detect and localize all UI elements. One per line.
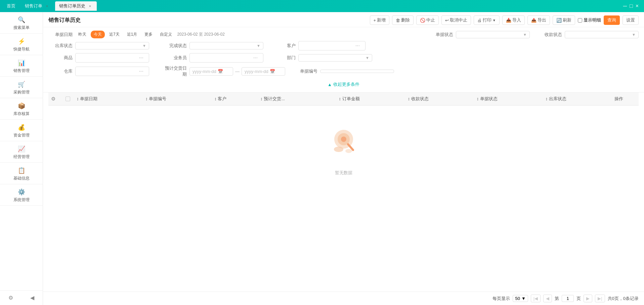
tab-sales-order-history-label: 销售订单历史 xyxy=(59,3,85,9)
add-button[interactable]: + 新增 xyxy=(370,15,390,25)
th-payment-status-label: ↕ 收款状态 xyxy=(408,96,429,101)
delivery-status-label: 出库状态 xyxy=(48,43,75,49)
sidebar-item-search-menu[interactable]: 🔍 搜索菜单 xyxy=(0,12,43,34)
inventory-icon: 📦 xyxy=(18,102,25,110)
customer-input[interactable]: ··· xyxy=(298,41,366,50)
warehouse-input[interactable]: ··· xyxy=(75,67,149,76)
date-btn-yesterday[interactable]: 昨天 xyxy=(75,31,89,38)
minimize-button[interactable]: ─ xyxy=(623,3,627,9)
th-amount: ↕ 订单金额 xyxy=(336,92,405,106)
sidebar-item-operations-mgmt[interactable]: 📈 经营管理 xyxy=(0,141,43,163)
status-select[interactable]: ▼ xyxy=(456,31,530,38)
query-label: 查询 xyxy=(607,17,616,23)
delivery-status-select[interactable]: ▼ xyxy=(75,42,149,49)
expected-date-end[interactable]: yyyy-mm-dd 📅 xyxy=(242,67,285,76)
date-btn-last7[interactable]: 近7天 xyxy=(106,31,123,38)
import-button[interactable]: 📥 导入 xyxy=(502,15,525,25)
payment-status-select[interactable]: ▼ xyxy=(565,31,639,38)
sidebar-item-sales-mgmt-label: 销售管理 xyxy=(13,68,30,74)
order-number-input[interactable] xyxy=(320,70,394,73)
table-body: 暂无数据 xyxy=(48,106,639,196)
warehouse-dots-icon[interactable]: ··· xyxy=(136,68,146,74)
page-number-input[interactable] xyxy=(562,295,574,302)
stop-label: 中止 xyxy=(426,17,435,23)
table-section: ⚙ ↕ 单据日期 ↕ 单据编号 xyxy=(43,92,644,292)
th-checkbox xyxy=(62,92,74,106)
tab-sales-order[interactable]: 销售订单 × xyxy=(21,1,54,11)
tab-sales-order-history-close[interactable]: × xyxy=(87,3,93,9)
date-btn-last1m[interactable]: 近1月 xyxy=(124,31,140,38)
th-expected-date-label: ↕ 预计交货... xyxy=(260,96,285,101)
goods-dots-icon[interactable]: ··· xyxy=(136,55,146,61)
header-checkbox[interactable] xyxy=(66,97,70,101)
goods-input[interactable]: ··· xyxy=(75,53,149,63)
per-page-select[interactable]: 50 ▼ xyxy=(513,295,528,302)
last-page-button[interactable]: ▶| xyxy=(595,295,605,302)
date-btn-more[interactable]: 更多 xyxy=(141,31,156,38)
first-page-button[interactable]: |◀ xyxy=(531,295,541,302)
filter-section: 单据日期 昨天 今天 近7天 近1月 更多 自定义 2023-06-02 至 2… xyxy=(43,27,644,92)
customer-dots-icon[interactable]: ··· xyxy=(353,43,362,49)
close-button[interactable]: × xyxy=(636,3,639,9)
tab-home[interactable]: 首页 xyxy=(3,1,19,11)
goods-label: 商品 xyxy=(48,55,75,61)
export-button[interactable]: 📤 导出 xyxy=(527,15,550,25)
sidebar-collapse-button[interactable]: ◀ xyxy=(29,293,36,302)
operations-icon: 📈 xyxy=(18,145,25,153)
sidebar-item-sales-mgmt[interactable]: 📊 销售管理 xyxy=(0,55,43,77)
svg-point-3 xyxy=(341,137,346,142)
cancel-stop-label: 取消中止 xyxy=(450,17,467,23)
table-settings-icon[interactable]: ⚙ xyxy=(51,96,55,102)
calendar-end-icon: 📅 xyxy=(270,69,275,74)
date-btn-custom[interactable]: 自定义 xyxy=(157,31,175,38)
tab-home-label: 首页 xyxy=(7,3,15,9)
department-select[interactable]: ▼ xyxy=(298,54,372,62)
salesperson-input[interactable]: ··· xyxy=(189,53,263,63)
department-label: 部门 xyxy=(271,55,298,61)
print-arrow-icon: ▼ xyxy=(492,18,496,22)
sidebar-item-basic-info[interactable]: 📋 基础信息 xyxy=(0,163,43,184)
delete-button[interactable]: 🗑 删除 xyxy=(392,15,414,25)
add-label: 新增 xyxy=(377,17,386,23)
print-button[interactable]: 🖨 打印 ▼ xyxy=(474,15,500,25)
prev-page-button[interactable]: ◀ xyxy=(543,295,552,302)
sidebar-item-finance-mgmt[interactable]: 💰 资金管理 xyxy=(0,120,43,141)
next-page-button[interactable]: ▶ xyxy=(584,295,592,302)
settings-button[interactable]: 设置 xyxy=(622,15,639,25)
sidebar-item-system-mgmt[interactable]: ⚙️ 系统管理 xyxy=(0,184,43,206)
empty-text: 暂无数据 xyxy=(335,170,352,176)
query-button[interactable]: 查询 xyxy=(604,15,620,25)
th-customer-label: ↕ 客户 xyxy=(214,96,226,101)
top-bar: 首页 销售订单 × 销售订单历史 × ─ □ × xyxy=(0,0,644,12)
tab-sales-order-close[interactable]: × xyxy=(44,3,50,9)
display-detail-checkbox-wrapper[interactable]: 显示明细 xyxy=(578,17,601,23)
th-customer: ↕ 客户 xyxy=(212,92,258,106)
stop-button[interactable]: 🚫 中止 xyxy=(416,15,439,25)
cancel-stop-button[interactable]: ↩ 取消中止 xyxy=(441,15,471,25)
sidebar-settings-button[interactable]: ⚙ xyxy=(7,293,14,302)
filter-row-3: 商品 ··· 业务员 ··· 部门 ▼ xyxy=(48,53,639,63)
collapse-button[interactable]: ▲ 收起更多条件 xyxy=(48,80,639,89)
expected-date-start[interactable]: yyyy-mm-dd 📅 xyxy=(189,67,233,76)
sidebar-item-quick-nav[interactable]: ⚡ 快捷导航 xyxy=(0,34,43,55)
print-label: 打印 xyxy=(483,17,491,23)
complete-status-arrow-icon: ▼ xyxy=(257,44,260,48)
date-btn-today[interactable]: 今天 xyxy=(91,31,105,38)
filter-row-4: 仓库 ··· 预计交货日期 yyyy-mm-dd 📅 — yyyy-mm-dd … xyxy=(48,65,639,77)
maximize-button[interactable]: □ xyxy=(630,3,633,9)
display-detail-checkbox[interactable] xyxy=(578,18,582,23)
sidebar-item-purchase-mgmt[interactable]: 🛒 采购管理 xyxy=(0,77,43,98)
complete-status-select[interactable]: ▼ xyxy=(189,42,263,49)
sidebar-item-inventory[interactable]: 📦 库存核算 xyxy=(0,98,43,120)
sidebar-item-system-mgmt-label: 系统管理 xyxy=(13,197,30,203)
salesperson-dots-icon[interactable]: ··· xyxy=(251,55,260,61)
basic-info-icon: 📋 xyxy=(18,167,25,174)
th-delivery-status-label: ↕ 出库状态 xyxy=(546,96,566,101)
sidebar: 🔍 搜索菜单 ⚡ 快捷导航 📊 销售管理 🛒 采购管理 📦 库存核算 💰 资金管… xyxy=(0,12,43,305)
tab-sales-order-history[interactable]: 销售订单历史 × xyxy=(55,1,97,11)
empty-state: 暂无数据 xyxy=(48,106,639,196)
th-number: ↕ 单据编号 xyxy=(143,92,212,106)
th-amount-label: ↕ 订单金额 xyxy=(339,96,360,101)
import-label: 导入 xyxy=(512,17,521,23)
refresh-button[interactable]: 🔄 刷新 xyxy=(553,15,575,25)
